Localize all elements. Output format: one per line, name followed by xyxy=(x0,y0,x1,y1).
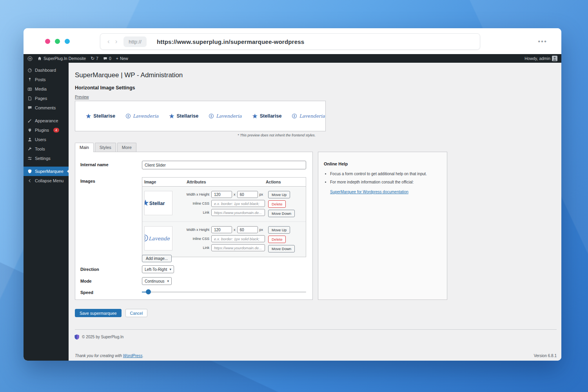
sidebar-item-label: Collapse Menu xyxy=(35,178,64,183)
tab-more[interactable]: More xyxy=(117,143,136,152)
tab-main[interactable]: Main xyxy=(75,143,94,152)
url-text[interactable]: https://www.superplug.in/supermarquee-wo… xyxy=(157,38,304,45)
sidebar-item-supermarquee[interactable]: SuperMarquee xyxy=(24,167,69,176)
admin-sidebar: Dashboard Posts Media Pages Comments xyxy=(24,63,69,361)
comment-bubble-icon xyxy=(103,56,107,61)
main-settings-panel: Internal name Images Image Attributes Ac… xyxy=(75,152,313,300)
slider-track[interactable] xyxy=(142,292,306,292)
cancel-button[interactable]: Cancel xyxy=(125,309,148,317)
plugins-update-badge: 4 xyxy=(53,128,59,132)
howdy-account-menu[interactable]: Howdy, admin xyxy=(524,56,557,61)
inline-css-input[interactable] xyxy=(211,200,265,207)
internal-name-input[interactable] xyxy=(142,161,306,169)
panels-row: Internal name Images Image Attributes Ac… xyxy=(75,152,561,300)
superplug-shield-icon xyxy=(74,334,80,340)
link-input[interactable] xyxy=(211,244,265,251)
desktop-background: ‹› http:// https://www.superplug.in/supe… xyxy=(0,0,588,392)
star-icon: ★ xyxy=(252,113,258,120)
collapse-arrow-icon xyxy=(27,178,32,183)
thanks-text: Thank you for creating with WordPress. xyxy=(75,354,143,358)
close-window-button[interactable] xyxy=(45,39,50,44)
sidebar-item-dashboard[interactable]: Dashboard xyxy=(24,65,69,75)
width-input[interactable] xyxy=(211,226,232,233)
documentation-link[interactable]: SuperMarquee for Wordpress documentation xyxy=(330,190,408,194)
comments-indicator[interactable]: 0 xyxy=(103,56,111,61)
maximize-window-button[interactable] xyxy=(65,39,70,44)
height-input[interactable] xyxy=(237,191,258,198)
lavenderia-logo-icon xyxy=(144,234,149,243)
link-input[interactable] xyxy=(211,209,265,216)
speed-slider[interactable] xyxy=(142,289,306,295)
delete-button[interactable]: Delete xyxy=(268,236,286,243)
sidebar-item-comments[interactable]: Comments xyxy=(24,103,69,113)
move-up-button[interactable]: Move Up xyxy=(268,226,290,234)
mode-label: Mode xyxy=(80,279,92,283)
sidebar-item-label: SuperMarquee xyxy=(35,169,64,174)
move-up-button[interactable]: Move Up xyxy=(268,191,290,198)
move-down-button[interactable]: Move Down xyxy=(268,210,295,217)
slider-thumb[interactable] xyxy=(146,289,151,294)
image-thumbnail[interactable]: ★ Stellar xyxy=(144,191,172,215)
tab-styles[interactable]: Styles xyxy=(95,143,116,152)
forward-icon[interactable]: › xyxy=(115,38,118,45)
save-supermarquee-button[interactable]: Save supermarquee xyxy=(75,309,122,317)
attributes-block: Width x Height x px Inline CSS xyxy=(185,191,265,219)
sidebar-item-collapse-menu[interactable]: Collapse Menu xyxy=(24,176,69,185)
comment-bubble-icon xyxy=(27,105,32,110)
back-icon[interactable]: ‹ xyxy=(107,38,110,45)
brand-label: Lavenderia xyxy=(299,113,325,119)
user-icon xyxy=(27,137,32,142)
px-unit-label: px xyxy=(260,192,263,196)
site-link[interactable]: SuperPlug.In Demosite xyxy=(37,56,86,61)
mode-select[interactable]: Continuous ▾ xyxy=(142,277,172,285)
sidebar-item-plugins[interactable]: Plugins 4 xyxy=(24,125,69,135)
sidebar-item-appearance[interactable]: Appearance xyxy=(24,116,69,125)
sidebar-item-settings[interactable]: Settings xyxy=(24,154,69,163)
sidebar-separator xyxy=(24,163,69,167)
sidebar-item-pages[interactable]: Pages xyxy=(24,94,69,103)
sidebar-item-label: Pages xyxy=(35,96,47,101)
delete-button[interactable]: Delete xyxy=(268,200,286,208)
new-label: New xyxy=(120,56,128,61)
marquee-brand-stellarise: ★ Stellarise xyxy=(169,113,198,120)
window-controls xyxy=(45,39,70,44)
plus-icon: + xyxy=(116,56,118,61)
add-image-button[interactable]: Add image... xyxy=(142,255,172,262)
marquee-brand-stellarise: ★ Stellarise xyxy=(252,113,282,120)
plug-icon xyxy=(27,128,32,132)
online-help-panel: Online Help Focus a form control to get … xyxy=(318,152,447,300)
size-label: Width x Height xyxy=(185,228,209,232)
version-text: Version 6.8.1 xyxy=(534,354,557,358)
direction-select[interactable]: Left-To-Right ▾ xyxy=(142,265,174,273)
row-actions: Move Up Delete Move Down xyxy=(268,226,295,254)
inline-css-input[interactable] xyxy=(211,235,265,242)
admin-content: SuperMarquee | WP - Administration Horiz… xyxy=(69,63,561,361)
preview-link[interactable]: Preview xyxy=(75,95,89,99)
page-icon xyxy=(27,96,32,101)
size-label: Width x Height xyxy=(185,192,209,196)
width-input[interactable] xyxy=(211,191,232,198)
minimize-window-button[interactable] xyxy=(55,39,60,44)
nav-arrows: ‹› xyxy=(107,38,117,45)
sidebar-item-users[interactable]: Users xyxy=(24,135,69,144)
internal-name-label: Internal name xyxy=(80,162,109,167)
image-thumbnail[interactable]: Lavende xyxy=(144,226,172,250)
address-bar[interactable]: ‹› http:// https://www.superplug.in/supe… xyxy=(100,33,480,50)
wordpress-logo-icon[interactable]: W xyxy=(27,56,33,61)
new-content-button[interactable]: + New xyxy=(116,56,128,61)
plugin-footer: © 2025 by SuperPlug.In xyxy=(74,334,561,340)
brand-label: Stellarise xyxy=(93,113,115,119)
height-input[interactable] xyxy=(237,226,258,233)
sidebar-item-posts[interactable]: Posts xyxy=(24,75,69,84)
thanks-suffix: . xyxy=(142,354,143,358)
sidebar-item-tools[interactable]: Tools xyxy=(24,144,69,154)
wordpress-link[interactable]: WordPress xyxy=(123,354,142,358)
updates-indicator[interactable]: ↻ 7 xyxy=(91,56,98,61)
protocol-chip: http:// xyxy=(123,36,147,47)
sidebar-item-media[interactable]: Media xyxy=(24,84,69,94)
move-down-button[interactable]: Move Down xyxy=(268,245,295,252)
browser-menu-icon[interactable]: ••• xyxy=(538,38,547,45)
sidebar-separator xyxy=(24,113,69,116)
sidebar-item-label: Tools xyxy=(35,147,45,151)
marquee-brand-lavenderia: Lavenderia xyxy=(125,113,158,119)
